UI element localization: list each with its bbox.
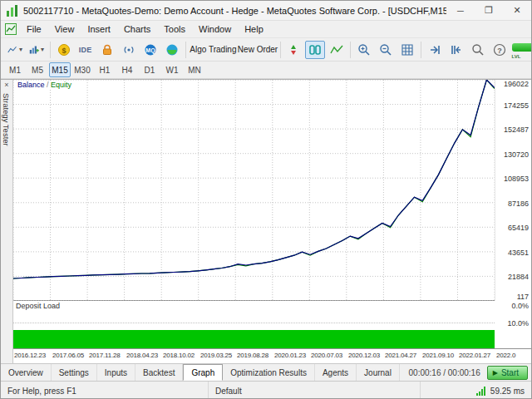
menu-tools[interactable]: Tools [157, 22, 192, 36]
help-icon: ? [493, 43, 506, 57]
play-icon: ▶ [493, 369, 498, 377]
zoom-in-button[interactable] [354, 41, 374, 59]
minimize-button[interactable]: ─ [446, 1, 475, 20]
test-duration: 00:00:16 / 00:00:16 [409, 368, 480, 377]
main-toolbar: ▾ ▾ $ IDE [1, 38, 531, 62]
tab-bar-right: 00:00:16 / 00:00:16 ▶ Start [409, 364, 531, 381]
deposit-load-panel[interactable]: Deposit Load 0.0% 10.0% [13, 301, 531, 349]
window-title: 5002117710 - MetaQuotes-Demo: Demo Accou… [23, 6, 446, 16]
tick-arrows-button[interactable] [283, 41, 303, 59]
y-axis-label: 174255 [504, 101, 529, 110]
community-button[interactable]: MQ [140, 41, 160, 59]
zigzag-line-icon [330, 43, 343, 57]
x-axis-label: 2022.0 [496, 352, 515, 359]
status-profile[interactable]: Default [209, 382, 421, 399]
y-axis-label: 108953 [504, 175, 529, 183]
timeframe-m1[interactable]: M1 [4, 62, 26, 77]
start-button[interactable]: ▶ Start [487, 366, 528, 380]
maximize-button[interactable]: ❐ [475, 1, 503, 20]
tab-backtest[interactable]: Backtest [135, 364, 183, 381]
timeframe-d1[interactable]: D1 [139, 62, 160, 77]
chart-legend: Balance / Equity [16, 81, 73, 89]
tab-overview[interactable]: Overview [1, 364, 52, 381]
chart-type-button[interactable]: ▾ [5, 41, 25, 59]
legend-balance: Balance [17, 81, 45, 89]
y-axis-label: 87186 [508, 200, 529, 208]
timeframe-w1[interactable]: W1 [161, 62, 183, 77]
menu-items: FileViewInsertChartsToolsWindowHelp [20, 22, 270, 36]
new-order-button[interactable]: New Order [235, 41, 276, 59]
deposit-load-gridline [13, 323, 495, 323]
chart-shift-button[interactable] [446, 41, 466, 59]
timeframe-m15[interactable]: M15 [49, 62, 71, 77]
auto-scroll-button[interactable] [425, 41, 445, 59]
deposit-load-label: Deposit Load [16, 302, 60, 310]
cloud-network-icon [165, 43, 179, 57]
tab-journal[interactable]: Journal [357, 364, 400, 381]
community-globe-icon: MQ [144, 43, 157, 57]
menu-insert[interactable]: Insert [81, 22, 117, 36]
timeframe-m30[interactable]: M30 [71, 62, 93, 77]
timeframe-h1[interactable]: H1 [94, 62, 116, 77]
bar-chart-mode-button[interactable] [305, 41, 325, 59]
connection-level-indicator[interactable]: LVL [510, 41, 526, 59]
tab-agents[interactable]: Agents [315, 364, 357, 381]
zoom-out-icon [379, 43, 392, 57]
tab-settings[interactable]: Settings [52, 364, 97, 381]
menu-file[interactable]: File [20, 22, 48, 36]
signals-button[interactable] [119, 41, 139, 59]
x-axis-label: 2021.09.10 [422, 352, 454, 359]
timeframe-h4[interactable]: H4 [116, 62, 138, 77]
x-axis-label: 2017.06.05 [52, 352, 84, 359]
latency-value: 59.25 ms [490, 387, 525, 396]
ide-button[interactable]: IDE [76, 41, 96, 59]
dollar-coin-icon: $ [57, 43, 71, 57]
algo-trading-button[interactable]: Algo Trading [189, 41, 234, 59]
timeframe-m5[interactable]: M5 [27, 62, 48, 77]
zoom-out-button[interactable] [376, 41, 396, 59]
menu-help[interactable]: Help [238, 22, 270, 36]
chart-shift-icon [450, 43, 463, 57]
menu-bar: FileViewInsertChartsToolsWindowHelp [1, 21, 531, 38]
new-chart-button[interactable]: ▾ [27, 41, 47, 59]
line-chart-mode-button[interactable] [327, 41, 347, 59]
x-axis-label: 2016.12.23 [14, 352, 46, 359]
status-connection[interactable]: 59.25 ms [476, 387, 531, 396]
y-axis-label: 65419 [508, 224, 529, 232]
menu-charts[interactable]: Charts [117, 22, 157, 36]
toolbar-separator [421, 42, 421, 58]
tab-inputs[interactable]: Inputs [97, 364, 135, 381]
tab-graph[interactable]: Graph [183, 364, 223, 381]
menu-view[interactable]: View [48, 22, 81, 36]
balance-equity-chart-zone[interactable]: 1960221742551524871307201089538718665419… [13, 80, 531, 301]
tab-optimization-results[interactable]: Optimization Results [223, 364, 315, 381]
tester-tab-bar: OverviewSettingsInputsBacktestGraphOptim… [1, 363, 531, 381]
new-chart-icon [29, 43, 39, 57]
balance-equity-chart[interactable] [13, 80, 495, 301]
start-label: Start [501, 368, 519, 377]
search-button[interactable] [468, 41, 488, 59]
strategy-tester-side-tab[interactable]: × Strategy Tester [1, 80, 13, 363]
ide-label: IDE [79, 46, 92, 54]
zoom-in-icon [357, 43, 371, 57]
x-axis: 2016.12.232017.06.052017.11.282018.04.23… [13, 349, 531, 363]
strategy-tester-label: Strategy Tester [2, 93, 11, 146]
close-button[interactable]: ✕ [503, 1, 531, 20]
menu-window[interactable]: Window [192, 22, 238, 36]
window-controls: ─ ❐ ✕ [446, 1, 531, 20]
svg-text:MQ: MQ [145, 47, 155, 54]
chart-window-icon [5, 23, 17, 35]
x-axis-label: 2022.01.27 [459, 352, 490, 359]
svg-text:$: $ [62, 46, 66, 54]
lock-button[interactable] [97, 41, 117, 59]
timeframe-toolbar: M1M5M15M30H1H4D1W1MN [1, 62, 531, 79]
help-button[interactable]: ? [490, 41, 510, 59]
x-axis-label: 2019.08.28 [237, 352, 268, 359]
market-watch-button[interactable]: $ [54, 41, 74, 59]
grid-button[interactable] [397, 41, 417, 59]
deposit-load-tick: 0.0% [511, 302, 529, 310]
x-axis-label: 2020.07.03 [311, 352, 342, 359]
close-panel-icon[interactable]: × [2, 81, 12, 91]
cloud-button[interactable] [162, 41, 182, 59]
timeframe-mn[interactable]: MN [184, 62, 205, 77]
